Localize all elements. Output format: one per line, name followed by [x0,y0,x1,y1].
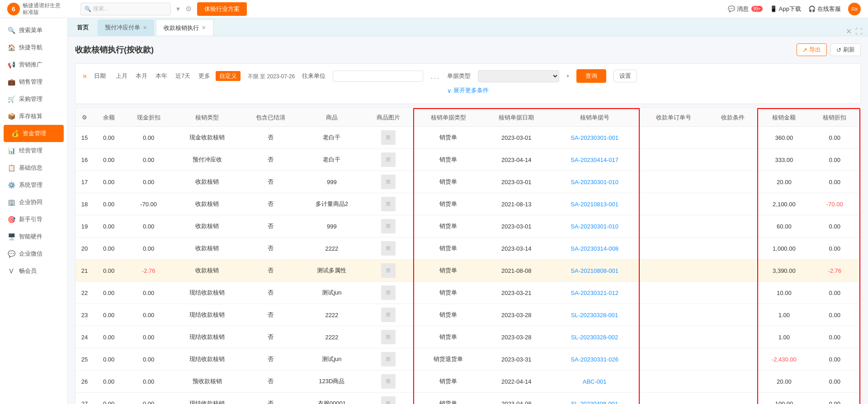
partner-input[interactable] [333,71,423,82]
col-gear[interactable]: ⚙ [75,109,94,127]
cell-verify-bill-no[interactable]: SA-20230414-017 [551,149,639,171]
query-button[interactable]: 查询 [576,69,606,83]
bill-no-link[interactable]: SA-20230301-010 [571,223,618,230]
bill-no-link[interactable]: SA-20230321-012 [571,290,618,296]
bill-no-link[interactable]: SA-20210808-001 [571,267,618,274]
cell-goods: 测试jun [300,348,363,371]
cell-collect-condition [708,193,758,215]
bill-no-link[interactable]: SA-20230314-008 [571,245,618,252]
cell-collect-order-no [639,326,708,348]
btn-more-dates[interactable]: 更多 [196,71,213,81]
tab-home[interactable]: 首页 [70,19,96,36]
tab-collection-close[interactable]: ✕ [202,25,206,31]
industry-solution-button[interactable]: 体验行业方案 [197,2,247,16]
bill-no-link[interactable]: SL-20230408-001 [571,400,618,404]
cell-goods: 999 [300,215,363,238]
partner-label: 往来单位 [302,72,326,80]
settings-gear-icon[interactable]: ⚙ [185,5,192,13]
sidebar-item-guide[interactable]: 🎯 新手引导 [0,211,67,228]
btn-this-month[interactable]: 本月 [133,71,150,81]
bill-no-link[interactable]: SL-20230328-001 [571,312,618,318]
col-verify-discount: 核销折扣 [810,109,860,127]
cell-verify-amount: -2,430.00 [758,348,810,371]
tab-expand-icon[interactable]: ⛶ [855,28,863,36]
cell-verify-bill-date: 2023-03-01 [482,127,550,149]
sidebar-item-purchase[interactable]: 🛒 采购管理 [0,90,67,108]
cell-verify-bill-no[interactable]: SA-20230301-001 [551,127,639,149]
cell-verify-bill-no[interactable]: SL-20230328-002 [551,326,639,348]
btn-last-7-days[interactable]: 近7天 [173,71,193,81]
btn-last-month[interactable]: 上月 [113,71,130,81]
btn-custom-date[interactable]: 自定义 [216,71,241,81]
sidebar-item-marketing[interactable]: 📢 营销推广 [0,56,67,73]
date-label: 日期 [94,72,106,80]
cell-verify-bill-no[interactable]: SL-20230408-001 [551,393,639,404]
cell-verify-bill-no[interactable]: SA-20230331-026 [551,348,639,371]
bill-no-link[interactable]: ABC-001 [583,378,607,385]
sidebar-item-enterprise[interactable]: 🏢 企业协同 [0,194,67,211]
sidebar-item-operation[interactable]: 📊 经营管理 [0,142,67,159]
cell-balance: 0.00 [94,282,124,304]
dropdown-arrow-icon[interactable]: ▾ [176,5,180,13]
btn-this-year[interactable]: 本年 [153,71,170,81]
cell-verify-bill-no[interactable]: ABC-001 [551,371,639,393]
sidebar-item-member[interactable]: V 畅会员 [0,262,67,280]
sidebar-item-hardware[interactable]: 🖥️ 智能硬件 [0,228,67,245]
sidebar-item-wechat[interactable]: 💬 企业微信 [0,245,67,262]
cell-verify-type: 收款核销 [173,193,241,215]
table-row: 21 0.00 -2.76 收款核销 否 测试多属性 图 销货单 2021-08… [75,260,860,282]
cell-verify-bill-type: 销货单 [414,149,482,171]
partner-dots[interactable]: ... [430,71,440,81]
settings-button[interactable]: 设置 [613,70,637,82]
filter-collapse-icon[interactable]: » [83,72,87,80]
cell-verify-bill-no[interactable]: SA-20230314-008 [551,238,639,260]
expand-more-button[interactable]: ∨ 展开更多条件 [83,86,853,95]
filter-bar: » 日期 上月 本月 本年 近7天 更多 自定义 不限 至 2023-07-26… [75,63,861,104]
cell-verify-bill-no[interactable]: SA-20230301-010 [551,215,639,238]
bill-no-link[interactable]: SA-20230414-017 [571,157,618,163]
online-support-button[interactable]: 🎧 在线客服 [808,5,841,13]
tab-prepay-close[interactable]: ✕ [143,25,147,31]
cell-verify-bill-date: 2023-03-14 [482,238,550,260]
bill-no-link[interactable]: SA-20230301-001 [571,134,618,141]
messages-button[interactable]: 💬 消息 99+ [728,5,763,13]
user-avatar[interactable]: Rit [848,3,861,15]
cell-verify-bill-no[interactable]: SA-20210808-001 [551,260,639,282]
tab-prepay[interactable]: 预付冲应付单 ✕ [98,19,154,36]
cell-include-settled: 否 [241,215,300,238]
sidebar-item-inventory[interactable]: 📦 库存核算 [0,108,67,125]
search-bar: 🔍 搜索... [80,3,171,15]
cell-verify-bill-no[interactable]: SL-20230328-001 [551,304,639,326]
cell-balance: 0.00 [94,149,124,171]
cell-verify-bill-no[interactable]: SA-20210813-001 [551,193,639,215]
sidebar-item-basic[interactable]: 📋 基础信息 [0,159,67,176]
tab-collection[interactable]: 收款核销执行 ✕ [156,19,213,36]
col-goods-image: 商品图片 [364,109,414,127]
cell-collect-order-no [639,238,708,260]
tab-close-all-icon[interactable]: ✕ [846,27,852,36]
cell-verify-bill-no[interactable]: SA-20230321-012 [551,282,639,304]
cell-collect-order-no [639,127,708,149]
bill-no-link[interactable]: SA-20230301-010 [571,179,618,185]
sidebar-item-capital[interactable]: 💰 资金管理 [4,125,64,142]
voucher-type-select[interactable] [478,70,559,82]
app-download-button[interactable]: 📱 App下载 [770,5,801,13]
cell-verify-bill-type: 销货单 [414,393,482,404]
export-button[interactable]: ↗ 导出 [797,43,827,56]
sales-icon: 💼 [7,78,15,86]
refresh-button[interactable]: ↺ 刷新 [830,43,861,56]
bill-no-link[interactable]: SA-20210813-001 [571,201,618,208]
sidebar-item-sales[interactable]: 💼 销售管理 [0,73,67,90]
bill-no-link[interactable]: SL-20230328-002 [571,334,618,341]
date-range-display: 不限 至 2023-07-26 [248,73,295,81]
sidebar-item-quicknav[interactable]: 🏠 快捷导航 [0,39,67,56]
sidebar-item-search[interactable]: 🔍 搜索菜单 [0,22,67,39]
voucher-type-arrow-icon[interactable]: ▾ [566,73,569,79]
cell-goods: 123D商品 [300,371,363,393]
cell-verify-bill-type: 销货单 [414,371,482,393]
cell-verify-discount: 0.00 [810,149,860,171]
table-row: 24 0.00 0.00 现结收款核销 否 2222 图 销货单 2023-03… [75,326,860,348]
sidebar-item-system[interactable]: ⚙️ 系统管理 [0,176,67,194]
bill-no-link[interactable]: SA-20230331-026 [571,356,618,363]
cell-verify-bill-no[interactable]: SA-20230301-010 [551,171,639,193]
